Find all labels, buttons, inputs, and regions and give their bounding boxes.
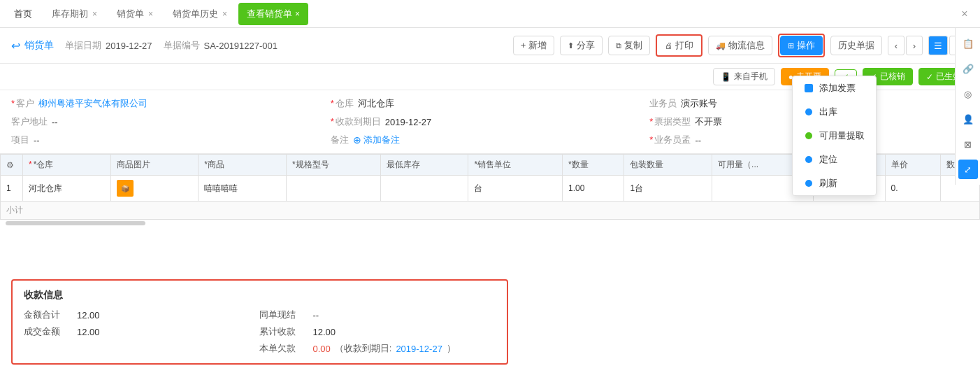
due-amount-label: 本单欠款 xyxy=(259,342,308,355)
tab-sales-history-label: 销货单历史 xyxy=(173,8,218,20)
customer-value[interactable]: 柳州粤港平安气体有限公司 xyxy=(38,97,147,110)
cumulative-label: 累计收款 xyxy=(259,325,308,338)
same-order-label: 同单现结 xyxy=(259,309,308,321)
tab-sales-order[interactable]: 销货单 × xyxy=(108,3,161,25)
outbound-icon xyxy=(804,107,814,117)
add-note-button[interactable]: ⊕ 添加备注 xyxy=(353,134,400,146)
sales-staff-label: 业务员孟 xyxy=(649,134,691,146)
tab-home[interactable]: 首页 xyxy=(6,3,41,25)
next-arrow[interactable]: › xyxy=(906,36,923,55)
deal-amount-row: 成交金额 12.00 xyxy=(24,325,259,338)
tab-sales-history[interactable]: 销货单历史 × xyxy=(164,3,236,25)
col-price: 单价 xyxy=(885,155,940,176)
prev-arrow[interactable]: ‹ xyxy=(888,36,905,55)
dropdown-outbound[interactable]: 出库 xyxy=(793,100,876,124)
sidebar-note-icon[interactable]: 📋 xyxy=(958,34,978,53)
dropdown-locate[interactable]: 定位 xyxy=(793,148,876,171)
sidebar-user-icon[interactable]: 👤 xyxy=(958,109,978,129)
amount-total-label: 金额合计 xyxy=(24,309,73,321)
invoice-icon xyxy=(804,83,814,93)
outbound-label: 出库 xyxy=(819,106,837,118)
warehouse-value: 河北仓库 xyxy=(358,97,394,110)
cumulative-row: 累计收款 12.00 xyxy=(259,325,495,338)
from-phone-label: 来自手机 xyxy=(734,71,768,83)
tab-sales-history-close[interactable]: × xyxy=(222,9,227,19)
doc-title: ↩ 销货单 xyxy=(11,39,54,52)
customer-label: 客户 xyxy=(11,97,34,110)
due-date-label: 收款到期日 xyxy=(331,115,381,128)
logistics-button[interactable]: 🚚 物流信息 xyxy=(708,36,772,55)
avail-extract-label: 可用量提取 xyxy=(819,129,865,142)
deal-amount-value: 12.00 xyxy=(77,327,100,337)
sidebar-at-icon[interactable]: ◎ xyxy=(958,84,978,104)
tab-sales-close[interactable]: × xyxy=(148,9,153,19)
action-button[interactable]: ⊞ 操作 xyxy=(780,36,823,55)
history-button[interactable]: 历史单据 xyxy=(830,36,882,55)
dropdown-add-invoice[interactable]: 添加发票 xyxy=(793,76,876,100)
horizontal-scrollbar[interactable] xyxy=(6,221,145,225)
copy-button[interactable]: ⧉ 复制 xyxy=(608,36,650,55)
tab-inventory[interactable]: 库存期初 × xyxy=(43,3,106,25)
cell-min-stock xyxy=(380,176,468,202)
doc-date-meta: 单据日期 2019-12-27 xyxy=(65,39,152,52)
col-pkg-qty: 包装数量 xyxy=(624,155,712,176)
new-button[interactable]: + 新增 xyxy=(513,36,554,55)
col-product: *商品 xyxy=(199,155,287,176)
nav-arrows: ‹ › xyxy=(888,36,923,55)
note-label: 备注 xyxy=(331,134,349,146)
address-label: 客户地址 xyxy=(11,115,48,128)
doc-date-label: 单据日期 xyxy=(65,39,101,52)
tab-inventory-label: 库存期初 xyxy=(52,8,88,20)
window-close-button[interactable]: × xyxy=(955,4,974,24)
due-date: 2019-12-27 xyxy=(396,344,442,354)
gear-icon[interactable]: ⚙ xyxy=(6,160,14,170)
logistics-label: 物流信息 xyxy=(728,39,765,52)
doc-num-label: 单据编号 xyxy=(164,39,200,52)
sidebar-star-icon[interactable]: ⊠ xyxy=(958,134,978,154)
payment-info-grid: 金额合计 12.00 同单现结 -- 成交金额 12.00 累计收款 12.00 xyxy=(24,309,496,355)
tab-view-sales-label: 查看销货单 xyxy=(247,8,292,20)
payment-info-title: 收款信息 xyxy=(24,289,496,302)
avail-icon xyxy=(804,131,814,141)
dropdown-refresh[interactable]: 刷新 xyxy=(793,171,876,195)
ticket-value: 不开票 xyxy=(695,115,722,128)
share-button[interactable]: ⬆ 分享 xyxy=(560,36,603,55)
dropdown-avail-extract[interactable]: 可用量提取 xyxy=(793,124,876,148)
tab-home-label: 首页 xyxy=(14,8,32,20)
tab-view-sales[interactable]: 查看销货单 × xyxy=(238,3,308,25)
address-row: 客户地址 -- xyxy=(11,115,331,128)
col-img: 商品图片 xyxy=(110,155,199,176)
bottom-section: 收款信息 金额合计 12.00 同单现结 -- 成交金额 12.00 xyxy=(0,271,980,373)
list-view-button[interactable]: ☰ xyxy=(928,36,948,55)
cell-product[interactable]: 嘻嘻嘻嘻 xyxy=(199,176,287,202)
tab-view-sales-close[interactable]: × xyxy=(295,9,300,19)
col-spec: *规格型号 xyxy=(287,155,381,176)
refresh-label: 刷新 xyxy=(819,177,837,190)
sidebar-link-icon[interactable]: 🔗 xyxy=(958,59,978,78)
address-value: -- xyxy=(52,117,58,127)
share-icon: ⬆ xyxy=(568,41,574,50)
sales-icon: ↩ xyxy=(11,39,20,52)
add-note-label: 添加备注 xyxy=(363,134,400,146)
doc-num-meta: 单据编号 SA-20191227-001 xyxy=(164,39,278,52)
dropdown-menu: 添加发票 出库 可用量提取 定位 刷新 xyxy=(792,76,877,196)
same-order-row: 同单现结 -- xyxy=(259,309,495,321)
due-note-end: ） xyxy=(447,342,496,355)
project-label: 项目 xyxy=(11,134,29,146)
print-button[interactable]: 🖨 打印 xyxy=(658,36,700,55)
due-date-value: 2019-12-27 xyxy=(385,117,432,127)
sidebar-expand-icon[interactable]: ⤢ xyxy=(958,160,978,179)
cell-qty: 1.00 xyxy=(563,176,624,202)
subtotal-row: 小计 xyxy=(1,202,980,220)
col-warehouse: *仓库 xyxy=(23,155,111,176)
col-unit: *销售单位 xyxy=(468,155,563,176)
print-icon: 🖨 xyxy=(665,41,672,50)
cell-unit: 台 xyxy=(468,176,563,202)
toolbar-right: + 新增 ⬆ 分享 ⧉ 复制 🖨 打印 🚚 xyxy=(513,34,969,57)
print-highlight: 🖨 打印 xyxy=(656,34,702,57)
product-image: 📦 xyxy=(117,180,134,197)
tab-inventory-close[interactable]: × xyxy=(92,9,97,19)
from-phone-button[interactable]: 📱 来自手机 xyxy=(713,68,775,85)
new-label: + 新增 xyxy=(521,39,547,52)
truck-icon: 🚚 xyxy=(716,41,726,50)
